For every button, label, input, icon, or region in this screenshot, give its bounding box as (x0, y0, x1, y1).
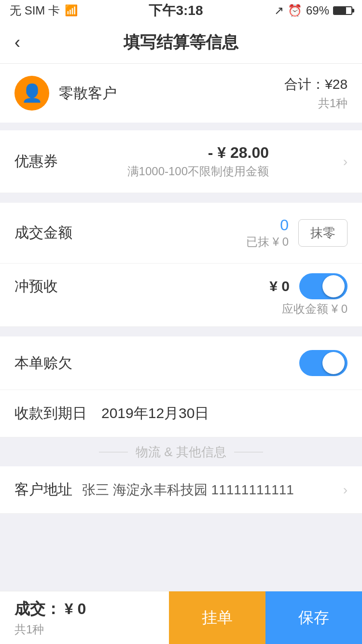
customer-left: 👤 零散客户 (14, 76, 117, 111)
divider-1 (0, 193, 362, 203)
content-area: 👤 零散客户 合计：¥28 共1种 优惠券 - ¥ 28.00 满1000-10… (0, 64, 362, 644)
carrier-label: 无 SIM 卡 (10, 3, 60, 18)
debt-label: 本单赊欠 (14, 353, 72, 373)
prepayment-row: 冲预收 ¥ 0 应收金额 ¥ 0 (0, 264, 362, 327)
status-time: 下午3:18 (149, 1, 203, 20)
debt-section: 本单赊欠 收款到期日 2019年12月30日 (0, 336, 362, 437)
due-date-value: 2019年12月30日 (101, 404, 209, 423)
save-button[interactable]: 保存 (265, 591, 362, 644)
transaction-amount-value: 0 (246, 216, 289, 234)
due-date-label: 收款到期日 (14, 404, 87, 423)
coupon-label: 优惠券 (14, 152, 58, 171)
logistics-label: 物流 & 其他信息 (99, 444, 263, 461)
alarm-icon: ⏰ (288, 4, 302, 17)
address-right: › (338, 482, 348, 498)
bottom-deal-row: 成交： ¥ 0 (14, 599, 154, 620)
prepayment-toggle[interactable] (299, 273, 348, 299)
coupon-right: - ¥ 28.00 满1000-100不限制使用金额 (127, 144, 269, 179)
prepayment-amount: ¥ 0 (269, 278, 290, 294)
customer-name: 零散客户 (59, 84, 117, 103)
form-section: 成交金额 0 已抹 ¥ 0 抹零 冲预收 ¥ 0 (0, 203, 362, 327)
divider-2 (0, 327, 362, 336)
bottom-deal-amount: ¥ 0 (65, 600, 86, 617)
round-zero-button[interactable]: 抹零 (298, 219, 348, 247)
address-chevron-icon: › (343, 482, 348, 498)
logistics-divider: 物流 & 其他信息 (0, 437, 362, 466)
pending-button[interactable]: 挂单 (169, 591, 265, 644)
customer-total: 合计：¥28 (284, 75, 348, 94)
transaction-amount-right: 0 已抹 ¥ 0 抹零 (246, 216, 348, 250)
due-date-row: 收款到期日 2019年12月30日 (0, 390, 362, 437)
already-zero-label: 已抹 ¥ 0 (246, 234, 289, 250)
transaction-amount-label: 成交金额 (14, 223, 72, 243)
bottom-info: 成交： ¥ 0 共1种 (0, 591, 169, 644)
status-left: 无 SIM 卡 📶 (10, 3, 78, 18)
customer-count: 共1种 (284, 96, 348, 111)
status-bar: 无 SIM 卡 📶 下午3:18 ↗ ⏰ 69% (0, 0, 362, 21)
transaction-amount-row: 成交金额 0 已抹 ¥ 0 抹零 (0, 203, 362, 264)
address-value: 张三 海淀永丰科技园 11111111111 (72, 481, 338, 499)
nav-bar: ‹ 填写结算等信息 (0, 21, 362, 64)
customer-right: 合计：¥28 共1种 (284, 75, 348, 111)
back-button[interactable]: ‹ (14, 32, 20, 53)
location-icon: ↗ (274, 4, 284, 17)
debt-row: 本单赊欠 (0, 336, 362, 390)
toggle-knob (322, 275, 345, 297)
bottom-bar: 成交： ¥ 0 共1种 挂单 保存 (0, 591, 362, 644)
address-label: 客户地址 (14, 480, 72, 500)
address-section[interactable]: 客户地址 张三 海淀永丰科技园 11111111111 › (0, 466, 362, 514)
coupon-amount: - ¥ 28.00 (127, 144, 269, 162)
customer-avatar: 👤 (14, 76, 49, 111)
bottom-count: 共1种 (14, 622, 154, 637)
bottom-deal-label: 成交： (14, 600, 61, 617)
battery-label: 69% (306, 4, 329, 17)
debt-toggle[interactable] (299, 350, 348, 376)
wifi-icon: 📶 (65, 4, 78, 17)
coupon-desc: 满1000-100不限制使用金额 (127, 164, 269, 179)
coupon-chevron-icon: › (343, 154, 348, 169)
prepayment-receivable: 应收金额 ¥ 0 (282, 301, 348, 317)
avatar-icon: 👤 (21, 83, 43, 103)
coupon-section[interactable]: 优惠券 - ¥ 28.00 满1000-100不限制使用金额 › (0, 130, 362, 193)
debt-toggle-knob (322, 352, 345, 374)
battery-icon (333, 6, 352, 15)
prepayment-label: 冲预收 (14, 277, 58, 296)
customer-section: 👤 零散客户 合计：¥28 共1种 (0, 64, 362, 123)
page-title: 填写结算等信息 (124, 31, 238, 54)
status-right: ↗ ⏰ 69% (274, 4, 352, 17)
